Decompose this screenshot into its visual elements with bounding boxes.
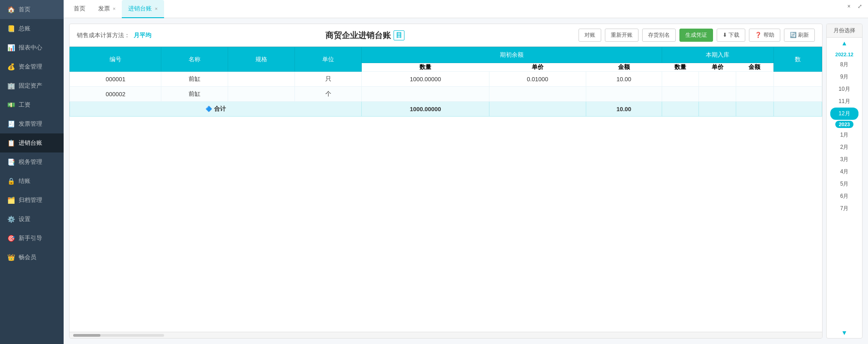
col-header-inbound: 本期入库 bbox=[662, 47, 774, 63]
window-maximize-button[interactable]: ⤢ bbox=[855, 2, 864, 11]
month-item-9[interactable]: 9月 bbox=[827, 71, 862, 83]
cell-inbound-price bbox=[699, 72, 736, 87]
save-alias-button[interactable]: 存货别名 bbox=[642, 29, 676, 42]
cell-inbound-price bbox=[699, 87, 736, 102]
tab-invoice-close[interactable]: × bbox=[113, 6, 115, 11]
col-header-spec: 规格 bbox=[228, 47, 295, 72]
window-controls: × ⤢ bbox=[841, 0, 868, 13]
sidebar-item-assets[interactable]: 🏢 固定资产 bbox=[0, 76, 64, 95]
tab-bar: 首页 发票 × 进销台账 × bbox=[64, 0, 868, 18]
sidebar-item-archive[interactable]: 🗂️ 归档管理 bbox=[0, 191, 64, 210]
cell-extra bbox=[773, 87, 822, 102]
col-header-extra: 数 bbox=[773, 47, 822, 72]
scrollbar-track[interactable] bbox=[73, 334, 164, 337]
reopen-button[interactable]: 重新开账 bbox=[605, 29, 639, 42]
col-header-inbound-amount: 金额 bbox=[736, 63, 773, 72]
toolbar-center: 商贸企业进销台账 目 bbox=[325, 30, 404, 41]
window-close-button[interactable]: × bbox=[844, 2, 853, 11]
sidebar-item-ledger[interactable]: 📒 总账 bbox=[0, 19, 64, 38]
cell-inbound-qty bbox=[662, 72, 699, 87]
month-item-2[interactable]: 2月 bbox=[827, 141, 862, 153]
scroll-down-button[interactable]: ▼ bbox=[827, 327, 862, 338]
guide-icon: 🎯 bbox=[7, 235, 15, 242]
month-item-5[interactable]: 5月 bbox=[827, 178, 862, 190]
match-button[interactable]: 对账 bbox=[579, 29, 601, 42]
doc-icon[interactable]: 目 bbox=[394, 30, 404, 40]
download-button[interactable]: ⬇ 下载 bbox=[717, 29, 745, 42]
tab-invoice[interactable]: 发票 × bbox=[92, 0, 122, 18]
month-item-11[interactable]: 11月 bbox=[827, 95, 862, 108]
month-item-8[interactable]: 8月 bbox=[827, 59, 862, 71]
tax-icon: 📑 bbox=[7, 158, 15, 166]
sidebar-item-reports[interactable]: 📊 报表中心 bbox=[0, 38, 64, 57]
month-item-3[interactable]: 3月 bbox=[827, 153, 862, 166]
sidebar-item-tax[interactable]: 📑 税务管理 bbox=[0, 152, 64, 172]
scrollbar-thumb[interactable] bbox=[73, 334, 100, 337]
scroll-up-button[interactable]: ▲ bbox=[827, 38, 862, 49]
sidebar-item-stockledger[interactable]: 📋 进销台账 bbox=[0, 133, 64, 152]
month-scroll: 2022.12 8月 9月 10月 11月 12月 2023 1月 2月 3月 … bbox=[827, 49, 862, 327]
generate-button[interactable]: 生成凭证 bbox=[679, 29, 713, 42]
cell-extra bbox=[773, 72, 822, 87]
month-item-10[interactable]: 10月 bbox=[827, 83, 862, 95]
cell-opening-price: 0.01000 bbox=[489, 72, 586, 87]
sidebar-item-member[interactable]: 👑 畅会员 bbox=[0, 248, 64, 267]
sidebar-item-guide[interactable]: 🎯 新手引导 bbox=[0, 229, 64, 248]
cell-opening-qty bbox=[362, 87, 489, 102]
toolbar: 销售成本计算方法： 月平均 商贸企业进销台账 目 对账 重新开账 存货别名 生成… bbox=[70, 24, 822, 47]
sidebar-item-invoices[interactable]: 🧾 发票管理 bbox=[0, 114, 64, 133]
invoices-icon: 🧾 bbox=[7, 120, 15, 128]
table-container: 编号 名称 规格 单位 期初余额 本期入库 数 数量 单价 金额 数 bbox=[70, 47, 822, 332]
archive-icon: 🗂️ bbox=[7, 197, 15, 204]
month-panel: 月份选择 ▲ 2022.12 8月 9月 10月 11月 12月 2023 1月… bbox=[826, 24, 863, 339]
cell-opening-amount bbox=[586, 87, 662, 102]
sidebar-item-settings[interactable]: ⚙️ 设置 bbox=[0, 210, 64, 229]
tab-home[interactable]: 首页 bbox=[67, 0, 92, 18]
col-header-name: 名称 bbox=[161, 47, 228, 72]
cost-method-value: 月平均 bbox=[134, 31, 151, 39]
col-header-opening: 期初余额 bbox=[362, 47, 662, 63]
month-item-4[interactable]: 4月 bbox=[827, 166, 862, 178]
cell-inbound-qty bbox=[662, 87, 699, 102]
close-accounts-icon: 🔒 bbox=[7, 177, 15, 185]
cell-inbound-amount bbox=[736, 72, 773, 87]
total-extra bbox=[773, 102, 822, 117]
bottom-bar bbox=[70, 332, 822, 338]
tab-stockledger[interactable]: 进销台账 × bbox=[122, 0, 164, 18]
cell-code: 000001 bbox=[70, 72, 161, 87]
cell-code: 000002 bbox=[70, 87, 161, 102]
cell-spec bbox=[228, 87, 295, 102]
cell-name: 前缸 bbox=[161, 72, 228, 87]
total-icon: 🔷 bbox=[205, 106, 212, 112]
sidebar: 🏠 首页 📒 总账 📊 报表中心 💰 资金管理 🏢 固定资产 💵 工资 🧾 发票… bbox=[0, 0, 64, 344]
cell-opening-price bbox=[489, 87, 586, 102]
member-icon: 👑 bbox=[7, 254, 15, 261]
settings-icon: ⚙️ bbox=[7, 216, 15, 223]
month-item-6[interactable]: 6月 bbox=[827, 190, 862, 202]
sidebar-item-payroll[interactable]: 💵 工资 bbox=[0, 95, 64, 114]
sidebar-item-funds[interactable]: 💰 资金管理 bbox=[0, 57, 64, 76]
reports-icon: 📊 bbox=[7, 44, 15, 51]
stock-table: 编号 名称 规格 单位 期初余额 本期入库 数 数量 单价 金额 数 bbox=[70, 47, 822, 117]
sidebar-item-close[interactable]: 🔒 结账 bbox=[0, 172, 64, 191]
total-opening-amount: 10.00 bbox=[586, 102, 662, 117]
total-opening-qty: 1000.00000 bbox=[362, 102, 489, 117]
cell-opening-amount: 10.00 bbox=[586, 72, 662, 87]
help-button[interactable]: ❓ 帮助 bbox=[749, 29, 780, 42]
refresh-button[interactable]: 🔄 刷新 bbox=[784, 29, 815, 42]
month-item-1[interactable]: 1月 bbox=[827, 129, 862, 141]
year-2023-label: 2023 bbox=[835, 121, 853, 128]
tab-stockledger-close[interactable]: × bbox=[155, 6, 157, 11]
cell-opening-qty: 1000.00000 bbox=[362, 72, 489, 87]
sidebar-item-home[interactable]: 🏠 首页 bbox=[0, 0, 64, 19]
cell-unit: 只 bbox=[295, 72, 362, 87]
col-header-opening-price: 单价 bbox=[489, 63, 586, 72]
cell-name: 前缸 bbox=[161, 87, 228, 102]
page-title: 商贸企业进销台账 bbox=[325, 30, 391, 41]
col-header-opening-amount: 金额 bbox=[586, 63, 662, 72]
payroll-icon: 💵 bbox=[7, 101, 15, 108]
total-opening-price bbox=[489, 102, 586, 117]
month-item-12[interactable]: 12月 bbox=[830, 108, 858, 120]
month-item-7[interactable]: 7月 bbox=[827, 202, 862, 215]
toolbar-left: 销售成本计算方法： 月平均 bbox=[77, 31, 151, 39]
